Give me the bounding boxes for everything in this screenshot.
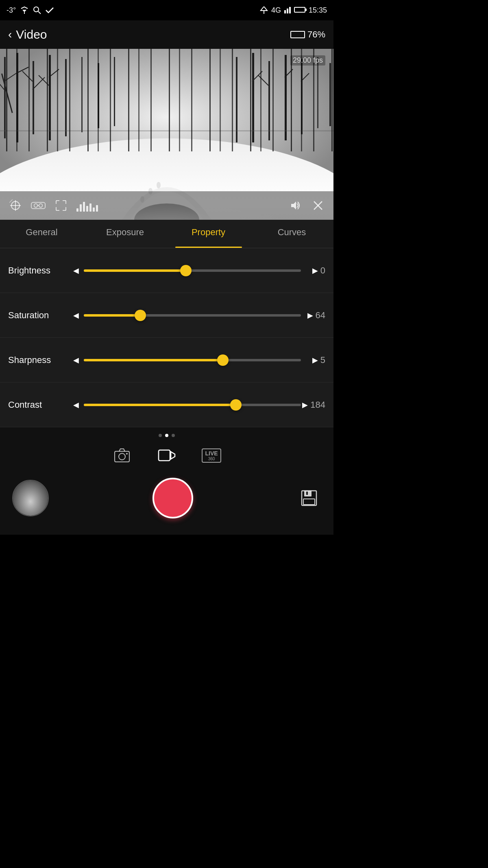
contrast-row: Contrast ◀ ▶ 184	[0, 383, 333, 427]
sharpness-slider[interactable]	[84, 359, 301, 361]
brightness-value: 0	[320, 265, 325, 276]
svg-rect-33	[329, 63, 331, 126]
saturation-fill	[84, 314, 140, 317]
sharpness-decrease-button[interactable]: ◀	[73, 356, 79, 365]
search-icon[interactable]	[33, 6, 41, 14]
sharpness-track	[84, 359, 301, 361]
svg-rect-65	[159, 450, 170, 461]
tab-curves[interactable]: Curves	[250, 220, 333, 248]
svg-line-35	[258, 75, 268, 85]
svg-rect-14	[33, 61, 34, 134]
mode-dots	[0, 427, 333, 441]
live360-mode-button[interactable]: LIVE 360	[201, 445, 222, 466]
svg-line-46	[9, 199, 13, 203]
svg-rect-32	[317, 57, 318, 128]
saturation-controls: ◀	[73, 311, 301, 320]
header-battery: 76%	[290, 29, 325, 40]
svg-rect-38	[0, 130, 333, 131]
saturation-track	[84, 314, 301, 317]
svg-line-37	[301, 73, 309, 81]
tab-exposure[interactable]: Exposure	[83, 220, 167, 248]
audio-bars-icon[interactable]	[76, 199, 98, 212]
sharpness-label: Sharpness	[8, 355, 73, 365]
back-button[interactable]: ‹	[8, 28, 12, 41]
brightness-slider[interactable]	[84, 269, 301, 272]
header: ‹ Video 76%	[0, 20, 333, 49]
brightness-thumb[interactable]	[180, 265, 192, 276]
svg-rect-13	[16, 53, 18, 142]
svg-marker-59	[291, 201, 296, 210]
sharpness-thumb[interactable]	[217, 354, 229, 366]
contrast-decrease-button[interactable]: ◀	[73, 400, 79, 409]
saturation-decrease-button[interactable]: ◀	[73, 311, 79, 320]
contrast-controls: ◀	[73, 400, 301, 409]
status-right: 4G 15:35	[260, 6, 327, 15]
camera-mode-button[interactable]	[112, 445, 132, 466]
live-badge[interactable]: LIVE 360	[202, 448, 221, 463]
svg-rect-7	[287, 9, 288, 13]
sharpness-value: 5	[320, 355, 325, 365]
saturation-thumb[interactable]	[135, 310, 146, 321]
sound-icon[interactable]	[288, 198, 303, 213]
sharpness-increase-button[interactable]: ▶	[312, 356, 318, 365]
save-button[interactable]	[297, 486, 321, 510]
svg-rect-31	[301, 59, 303, 134]
svg-rect-18	[98, 63, 99, 128]
sharpness-value-display: ▶ 5	[301, 355, 325, 365]
svg-rect-62	[115, 451, 129, 462]
contrast-value: 184	[310, 400, 325, 410]
tab-property[interactable]: Property	[167, 220, 250, 248]
brightness-fill	[84, 269, 186, 272]
thumbnail-preview[interactable]	[12, 480, 49, 516]
svg-rect-16	[65, 59, 67, 136]
contrast-slider[interactable]	[84, 404, 301, 406]
expand-icon[interactable]	[54, 198, 68, 213]
svg-rect-29	[268, 61, 270, 140]
saturation-increase-button[interactable]: ▶	[307, 311, 313, 320]
video-ctrl-right	[288, 198, 325, 213]
video-ctrl-left	[8, 198, 98, 213]
saturation-value-display: ▶ 64	[301, 310, 325, 321]
tab-general[interactable]: General	[0, 220, 83, 248]
saturation-value: 64	[316, 310, 325, 321]
brightness-row: Brightness ◀ ▶ 0	[0, 248, 333, 293]
status-time: 15:35	[309, 6, 327, 15]
svg-point-48	[34, 204, 38, 208]
three-sixty-text: 360	[205, 457, 218, 461]
svg-rect-70	[306, 492, 308, 495]
svg-rect-12	[1, 73, 13, 113]
brightness-increase-button[interactable]: ▶	[312, 266, 318, 275]
brightness-value-display: ▶ 0	[301, 265, 325, 276]
svg-line-26	[39, 75, 49, 85]
svg-line-23	[22, 71, 33, 81]
brightness-track	[84, 269, 301, 272]
svg-point-49	[39, 204, 43, 208]
header-battery-pct: 76%	[307, 29, 325, 40]
adjustments-area: Brightness ◀ ▶ 0 Saturation ◀	[0, 248, 333, 427]
vr-icon[interactable]	[31, 198, 46, 213]
saturation-label: Saturation	[8, 310, 73, 321]
crosshair-icon[interactable]	[8, 198, 23, 213]
signal-icon	[260, 7, 268, 14]
svg-rect-8	[289, 7, 291, 13]
mode-dot-1	[159, 434, 162, 437]
close-icon[interactable]	[311, 198, 325, 213]
brightness-label: Brightness	[8, 265, 73, 276]
sharpness-fill	[84, 359, 223, 361]
svg-line-21	[0, 79, 4, 90]
contrast-increase-button[interactable]: ▶	[302, 400, 308, 409]
status-left: -3°	[7, 6, 54, 15]
brightness-decrease-button[interactable]: ◀	[73, 266, 79, 275]
saturation-row: Saturation ◀ ▶ 64	[0, 293, 333, 338]
wifi-icon	[20, 7, 29, 14]
video-mode-button[interactable]	[157, 445, 177, 466]
bottom-actions	[0, 470, 333, 535]
status-bar: -3° 4G 15:35	[0, 0, 333, 20]
record-button[interactable]	[152, 478, 193, 518]
saturation-slider[interactable]	[84, 314, 301, 317]
svg-marker-66	[171, 452, 175, 459]
svg-line-3	[38, 11, 41, 14]
tabs-bar: General Exposure Property Curves	[0, 220, 333, 248]
svg-marker-4	[261, 7, 267, 11]
contrast-thumb[interactable]	[230, 399, 242, 411]
